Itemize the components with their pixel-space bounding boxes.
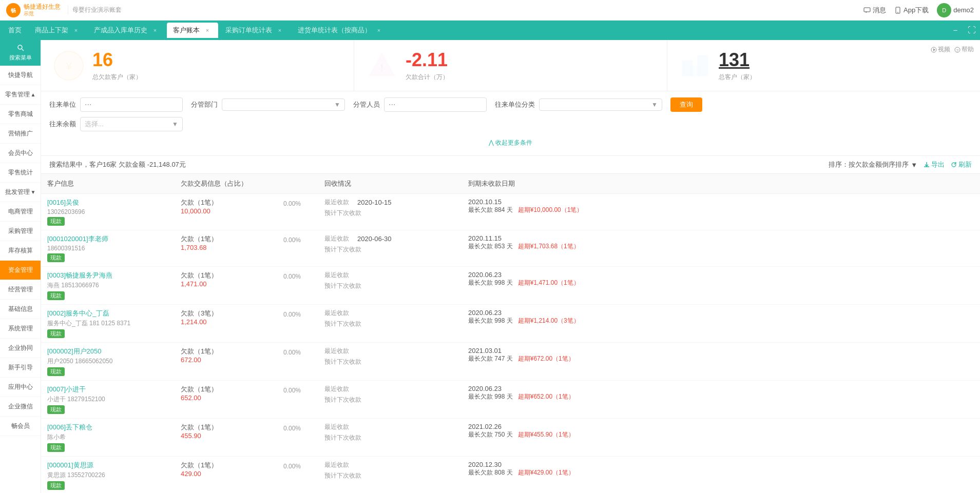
sidebar-item-retail-stats[interactable]: 零售统计 <box>0 163 41 183</box>
sidebar-item-inventory[interactable]: 库存核算 <box>0 241 41 261</box>
sidebar-item-purchase[interactable]: 采购管理 <box>0 222 41 241</box>
overdue-link[interactable]: 超期¥1,703.68（1笔） <box>518 243 580 250</box>
sidebar-item-enterprise-coop[interactable]: 企业协同 <box>0 339 41 358</box>
badge-xianjin: 现款 <box>47 291 65 300</box>
logo-main-text: 畅捷通好生意 <box>24 3 61 10</box>
customer-info-cell: [000001]黄思源 黄思源 13552700226 现款 <box>41 457 175 494</box>
source-category-select[interactable]: ▼ <box>539 98 662 111</box>
sidebar-search[interactable]: 搜索菜单 <box>0 40 41 66</box>
stat-icon-blue <box>680 50 710 81</box>
refresh-btn[interactable]: 刷新 <box>951 160 972 169</box>
dept-select[interactable]: ▼ <box>222 98 345 111</box>
debt-percent: 0.00% <box>283 387 312 394</box>
sidebar-item-ecommerce[interactable]: 电商管理 <box>0 202 41 222</box>
balance-select[interactable]: 选择... ▼ <box>80 117 183 131</box>
sidebar-item-basic-info[interactable]: 基础信息 <box>0 300 41 319</box>
col-header-percent <box>277 174 318 194</box>
badge-xianjin: 现款 <box>47 405 65 414</box>
user-avatar[interactable]: D demo2 <box>937 3 974 17</box>
search-btn[interactable]: 查询 <box>670 97 702 112</box>
tab-customer-account[interactable]: 客户账本 × <box>167 23 218 38</box>
customer-table: 客户信息 欠款交易信息（占比） 回收情况 到期未收款日期 [0016]吴俊 13… <box>41 174 980 493</box>
tab-home[interactable]: 首页 <box>2 23 28 38</box>
tab-goods-status[interactable]: 商品上下架 × <box>29 23 87 38</box>
overdue-link[interactable]: 超期¥1,214.00（3笔） <box>518 317 580 324</box>
sidebar-item-business[interactable]: 经营管理 <box>0 280 41 300</box>
overdue-link[interactable]: 超期¥652.00（1笔） <box>518 393 574 400</box>
customer-phone: 用户2050 18665062050 <box>47 357 168 366</box>
collect-info-cell: 最近收款 2020-06-30 预计下次收款 <box>318 230 462 267</box>
source-unit-dots: ··· <box>85 100 91 109</box>
tab-purchase-stats[interactable]: 进货单统计表（按商品） × <box>292 23 390 38</box>
overdue-link[interactable]: 超期¥10,000.00（1笔） <box>518 206 583 213</box>
customer-name-link[interactable]: [000001]黄思源 <box>47 461 93 469</box>
tab-close-stats[interactable]: × <box>374 26 383 35</box>
filter-manager: 分管人员 ··· <box>353 97 487 112</box>
stat-label-customers: 总欠款客户（家） <box>92 73 142 82</box>
customer-name-link[interactable]: [0007]小进干 <box>47 385 86 393</box>
overdue-link[interactable]: 超期¥429.00（1笔） <box>518 469 574 476</box>
sidebar-item-member[interactable]: 会员中心 <box>0 144 41 163</box>
source-unit-input[interactable]: ··· <box>80 97 183 112</box>
customer-info-cell: [0003]畅捷服务尹海燕 海燕 18513066976 现款 <box>41 267 175 305</box>
sidebar-item-enterprise-wx[interactable]: 企业微信 <box>0 397 41 417</box>
last-collect-date: 2020-06-30 <box>357 235 392 243</box>
tab-minimize-btn[interactable]: － <box>949 24 962 37</box>
sidebar-item-finance[interactable]: 资金管理 <box>0 261 41 280</box>
export-btn[interactable]: 导出 <box>924 160 945 169</box>
debt-amount: 672.00 <box>181 356 271 364</box>
sort-control[interactable]: 排序：按欠款金额倒序排序 ▼ <box>829 160 917 169</box>
stats-row: ¥ 16 总欠款客户（家） ! -2.11 欠款合计 <box>41 40 980 91</box>
sidebar-item-retail-mall[interactable]: 零售商城 <box>0 105 41 124</box>
customer-name-link[interactable]: [0006]丢下粮仓 <box>47 423 92 431</box>
debt-amount: 429.00 <box>181 470 271 478</box>
overdue-link[interactable]: 超期¥672.00（1笔） <box>518 355 574 362</box>
app-download-btn[interactable]: App下载 <box>894 6 929 15</box>
debt-percent: 0.00% <box>283 236 312 244</box>
debt-count: 欠款（1笔） <box>181 198 271 207</box>
customer-name-link[interactable]: [0016]吴俊 <box>47 199 79 206</box>
sidebar-item-batch-mgmt[interactable]: 批发管理 ▼ <box>0 183 41 202</box>
overdue-link[interactable]: 超期¥1,471.00（1笔） <box>518 279 580 286</box>
overdue-link[interactable]: 超期¥455.90（1笔） <box>518 431 574 438</box>
topbar: 畅 畅捷通好生意 示范 母婴行业演示账套 消息 App下载 D demo2 <box>0 0 980 21</box>
due-date: 2020.06.23 <box>468 271 974 279</box>
sidebar-item-quick-nav[interactable]: 快捷导航 <box>0 66 41 85</box>
tab-close-purchase[interactable]: × <box>275 26 284 35</box>
message-btn[interactable]: 消息 <box>863 6 886 15</box>
customer-name-link[interactable]: [0003]畅捷服务尹海燕 <box>47 271 112 279</box>
tab-maximize-btn[interactable]: ⛶ <box>966 25 978 36</box>
tab-purchase-order[interactable]: 采购订单统计表 × <box>219 23 291 38</box>
due-date-cell: 2021.02.26 最长欠款 750 天 超期¥455.90（1笔） <box>462 419 980 457</box>
tab-production-history[interactable]: 产成品入库单历史 × <box>88 23 166 38</box>
sidebar-item-retail-mgmt[interactable]: 零售管理 ▲ <box>0 85 41 105</box>
max-overdue: 最长欠款 808 天 超期¥429.00（1笔） <box>468 468 974 477</box>
sidebar-item-vip[interactable]: 畅会员 <box>0 417 41 436</box>
avatar-icon: D <box>937 3 951 17</box>
collapse-btn[interactable]: ⋀ 收起更多条件 <box>49 136 972 149</box>
customer-phone: 海燕 18513066976 <box>47 281 168 290</box>
manager-input[interactable]: ··· <box>384 97 487 112</box>
sidebar-item-app-center[interactable]: 应用中心 <box>0 378 41 397</box>
tab-close-customer[interactable]: × <box>203 26 212 35</box>
filter-balance: 往来余额 选择... ▼ <box>49 117 183 131</box>
svg-rect-18 <box>690 66 700 76</box>
debt-amount: 1,703.68 <box>181 244 271 251</box>
customer-info-cell: [0001020001]李老师 18600391516 现款 <box>41 230 175 267</box>
filter-area: 往来单位 ··· 分管部门 ▼ 分管人员 · <box>41 91 980 156</box>
customer-name-link[interactable]: [000002]用户2050 <box>47 347 102 355</box>
debt-info-cell: 欠款（1笔） 1,471.00 <box>175 267 277 305</box>
help-btn[interactable]: ? 帮助 <box>954 45 974 54</box>
customer-name-link[interactable]: [0001020001]李老师 <box>47 235 108 243</box>
sidebar-item-marketing[interactable]: 营销推广 <box>0 124 41 144</box>
sidebar-item-system[interactable]: 系统管理 <box>0 319 41 339</box>
due-date: 2020.06.23 <box>468 309 974 317</box>
tab-close-goods-status[interactable]: × <box>71 26 81 35</box>
customer-name-link[interactable]: [0002]服务中心_丁磊 <box>47 309 109 317</box>
debt-amount: 1,471.00 <box>181 280 271 288</box>
tab-close-production[interactable]: × <box>150 26 160 35</box>
due-date-cell: 2021.03.01 最长欠款 747 天 超期¥672.00（1笔） <box>462 343 980 381</box>
debt-count: 欠款（1笔） <box>181 347 271 356</box>
video-btn[interactable]: 视频 <box>931 45 950 54</box>
sidebar-item-new-guide[interactable]: 新手引导 <box>0 358 41 378</box>
